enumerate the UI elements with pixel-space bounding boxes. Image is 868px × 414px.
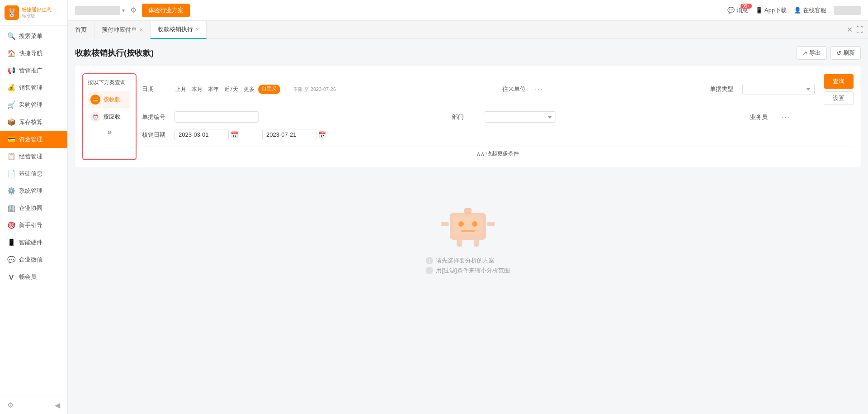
sidebar-item-fund[interactable]: 💳 资金管理 [0, 131, 67, 148]
filter-row-1: 日期 上月 本月 本年 近7天 更多 自定义 不限 至 2023-07-26 往… [142, 73, 854, 105]
empty-state: 1 请先选择要分析的方案 2 用[过滤]条件来缩小分析范围 [75, 167, 861, 304]
filter-option-receivable-label: 按应收 [103, 113, 121, 121]
sidebar-item-enterprise[interactable]: 🏢 企业协同 [0, 200, 67, 217]
basic-icon: 📄 [7, 170, 15, 178]
enterprise-icon: 🏢 [7, 204, 15, 212]
search-menu-icon: 🔍 [7, 32, 15, 40]
message-icon: 💬 [727, 7, 735, 14]
tab-prepay-close-icon[interactable]: × [140, 27, 143, 33]
svg-rect-7 [487, 222, 495, 226]
shortcut-more[interactable]: 更多 [242, 85, 256, 94]
staff-dots[interactable]: ··· [782, 113, 790, 121]
verify-date-start-input[interactable] [175, 129, 229, 140]
tab-collection-close-icon[interactable]: × [196, 26, 199, 33]
logo-area: 🐰 畅捷通好生意 标准版 [0, 0, 67, 26]
sidebar-item-wechat[interactable]: 💬 企业微信 [0, 251, 67, 268]
tab-prepay[interactable]: 预付冲应付单 × [94, 21, 151, 39]
sidebar-item-inventory[interactable]: 📦 库存核算 [0, 114, 67, 131]
calendar-start-icon[interactable]: 📅 [231, 131, 238, 138]
collapse-more-button[interactable]: ∧∧ 收起更多条件 [142, 147, 854, 160]
sidebar-item-member[interactable]: V 畅会员 [0, 268, 67, 286]
page-content: 收款核销执行(按收款) ↗ 导出 ↺ 刷新 按以下方案查询 💳 按收款 [68, 39, 868, 414]
expand-tab-icon[interactable]: ⛶ [856, 26, 863, 34]
logo-text: 畅捷通好生意 [22, 6, 52, 13]
guide-icon: 🎯 [7, 221, 15, 229]
sidebar-footer: ⚙ ◀ [0, 396, 67, 414]
service-label: 在线客服 [803, 6, 826, 14]
sidebar-item-sales[interactable]: 💰 销售管理 [0, 79, 67, 96]
calendar-end-icon[interactable]: 📅 [318, 131, 326, 138]
sidebar-item-label: 搜索菜单 [19, 32, 42, 40]
app-download-button[interactable]: 📱 App下载 [755, 6, 787, 14]
sidebar-item-guide[interactable]: 🎯 新手引导 [0, 217, 67, 234]
svg-point-2 [458, 221, 464, 227]
online-service-button[interactable]: 👤 在线客服 [794, 6, 826, 14]
solution-button[interactable]: 体验行业方案 [142, 4, 190, 17]
dropdown-arrow-icon[interactable]: ▾ [122, 7, 125, 14]
empty-tip-1-text: 请先选择要分析的方案 [436, 257, 495, 265]
filter-option-by-receivable[interactable]: ⏰ 按应收 [88, 108, 131, 125]
setting-button[interactable]: 设置 [824, 91, 854, 105]
sidebar-nav: 🔍 搜索菜单 🏠 快捷导航 📢 营销推广 💰 销售管理 🛒 采购管理 📦 库存核… [0, 26, 67, 396]
sidebar-item-purchase[interactable]: 🛒 采购管理 [0, 96, 67, 114]
topbar-gear-icon[interactable]: ⚙ [130, 6, 137, 14]
tab-prepay-label: 预付冲应付单 [102, 26, 137, 34]
date-no-limit: 不限 至 2023-07-26 [293, 86, 336, 93]
query-button[interactable]: 查询 [824, 74, 854, 89]
message-button[interactable]: 💬 消息 99+ [727, 6, 748, 14]
sidebar-item-system[interactable]: ⚙️ 系统管理 [0, 182, 67, 200]
bill-no-input[interactable] [175, 111, 259, 123]
collapse-sidebar-icon[interactable]: ◀ [55, 401, 60, 409]
settings-icon[interactable]: ⚙ [7, 401, 14, 409]
bill-type-label: 单据类型 [710, 85, 733, 93]
filter-row-3: 核销日期 📅 — 📅 [142, 129, 854, 140]
svg-rect-8 [457, 240, 462, 247]
sidebar-item-label: 企业协同 [19, 204, 42, 212]
close-tab-icon[interactable]: ✕ [847, 25, 853, 34]
filter-sidebar-title: 按以下方案查询 [88, 79, 131, 86]
sidebar-item-label: 营销推广 [19, 67, 42, 75]
dept-label: 部门 [452, 113, 475, 121]
sidebar-item-quicknav[interactable]: 🏠 快捷导航 [0, 45, 67, 62]
sidebar-item-search[interactable]: 🔍 搜索菜单 [0, 28, 67, 45]
sidebar-item-label: 系统管理 [19, 187, 42, 195]
filter-collapse-icon[interactable]: » [88, 127, 131, 137]
shortcut-custom[interactable]: 自定义 [258, 85, 280, 94]
tabbar-actions: ✕ ⛶ [842, 25, 868, 34]
tab-collection[interactable]: 收款核销执行 × [151, 21, 207, 39]
bill-type-select[interactable] [742, 84, 815, 95]
sidebar-item-smarthw[interactable]: 📱 智能硬件 [0, 234, 67, 251]
partner-dots[interactable]: ··· [535, 85, 543, 93]
verify-date-end-input[interactable] [262, 129, 316, 140]
inventory-icon: 📦 [7, 118, 15, 126]
sidebar-item-label: 智能硬件 [19, 238, 42, 247]
tip-num-2: 2 [426, 267, 433, 274]
sidebar-item-label: 新手引导 [19, 221, 42, 229]
date-shortcut-group: 上月 本月 本年 近7天 更多 自定义 [174, 85, 280, 94]
tab-home[interactable]: 首页 [68, 21, 94, 39]
member-icon: V [7, 273, 15, 281]
shortcut-this-year[interactable]: 本年 [206, 85, 221, 94]
system-icon: ⚙️ [7, 187, 15, 195]
user-avatar-placeholder [834, 6, 861, 15]
shortcut-this-month[interactable]: 本月 [190, 85, 204, 94]
sidebar-item-label: 经营管理 [19, 152, 42, 161]
svg-rect-9 [474, 240, 479, 247]
sidebar-item-basic[interactable]: 📄 基础信息 [0, 165, 67, 182]
sidebar-item-label: 销售管理 [19, 84, 42, 92]
filter-area: 按以下方案查询 💳 按收款 ⏰ 按应收 » 日期 上月 本月 [75, 66, 861, 167]
tip-num-1: 1 [426, 257, 433, 264]
shortcut-7days[interactable]: 近7天 [222, 85, 240, 94]
sidebar-item-label: 采购管理 [19, 101, 42, 109]
refresh-button[interactable]: ↺ 刷新 [830, 46, 861, 60]
shortcut-last-month[interactable]: 上月 [174, 85, 188, 94]
bill-no-label: 单据编号 [142, 113, 165, 121]
sidebar-item-marketing[interactable]: 📢 营销推广 [0, 62, 67, 79]
sidebar-item-bizm[interactable]: 📋 经营管理 [0, 148, 67, 165]
dept-select[interactable] [484, 111, 556, 123]
topbar-right: 💬 消息 99+ 📱 App下载 👤 在线客服 [727, 6, 861, 15]
filter-option-by-receipt[interactable]: 💳 按收款 [88, 91, 131, 108]
page-header: 收款核销执行(按收款) ↗ 导出 ↺ 刷新 [75, 46, 861, 60]
export-button[interactable]: ↗ 导出 [797, 46, 827, 60]
svg-point-3 [472, 221, 477, 227]
